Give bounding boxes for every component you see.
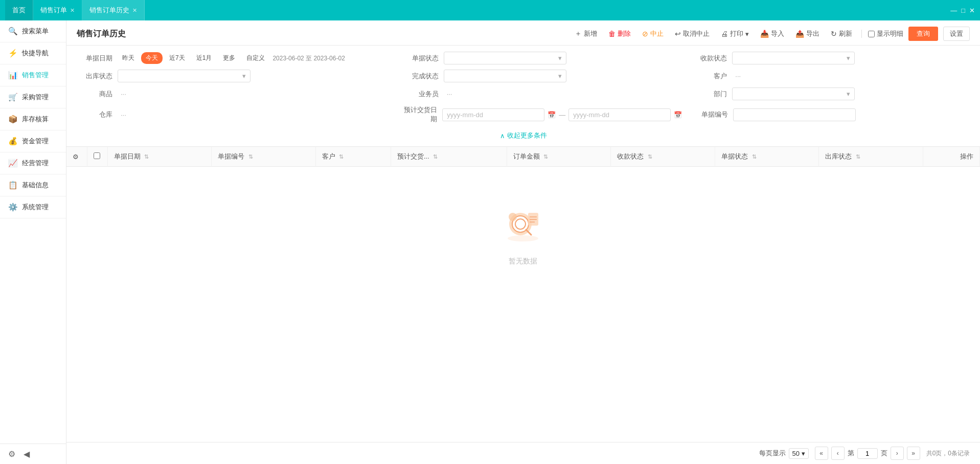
th-outbound-status-label: 出库状态 [825, 152, 852, 160]
table-settings-icon[interactable]: ⚙ [73, 153, 79, 161]
filter-row-1: 单据日期 昨天 今天 近7天 近1月 更多 自定义 2023-06-02 至 2… [77, 52, 970, 64]
export-button[interactable]: 📤 导出 [792, 27, 823, 40]
display-toggle-checkbox[interactable] [868, 31, 875, 37]
customer-picker[interactable]: ··· [732, 72, 744, 80]
salesperson-picker[interactable]: ··· [444, 90, 455, 98]
th-outbound-status-sort-icon[interactable]: ⇅ [856, 153, 860, 160]
page-title: 销售订单历史 [77, 29, 126, 39]
filter-row-2: 出库状态 ▾ 完成状态 ▾ 客户 ··· [77, 70, 970, 82]
delete-button[interactable]: 🗑 删除 [605, 27, 634, 40]
import-button[interactable]: 📥 导入 [757, 27, 787, 40]
window-close[interactable]: ✕ [969, 7, 975, 14]
th-date-sort-icon[interactable]: ⇅ [144, 153, 149, 160]
tab-home[interactable]: 首页 [5, 0, 33, 20]
collapse-up-icon: ∧ [500, 132, 505, 140]
date-value: 昨天 今天 近7天 近1月 更多 自定义 2023-06-02 至 2023-0… [118, 52, 403, 64]
outbound-status-select[interactable]: ▾ [118, 70, 250, 82]
next-page-btn[interactable]: › [891, 447, 904, 460]
bill-no-section [733, 108, 970, 121]
sidebar-item-basic-info[interactable]: 📋 基础信息 [0, 174, 66, 196]
window-minimize[interactable]: — [950, 7, 957, 14]
cancel-stop-button[interactable]: ↩ 取消中止 [672, 27, 713, 40]
th-amount-sort-icon[interactable]: ⇅ [543, 153, 548, 160]
page-input[interactable] [857, 448, 878, 459]
date-btn-3days[interactable]: 今天 [141, 52, 163, 64]
date-btn-7days[interactable]: 近7天 [165, 52, 190, 64]
add-button[interactable]: ＋ 新增 [572, 27, 600, 40]
table-head: ⚙ 单据日期 ⇅ 单据编号 ⇅ [66, 147, 980, 167]
th-settings[interactable]: ⚙ [66, 147, 87, 167]
sidebar-item-purchase-mgmt[interactable]: 🛒 采购管理 [0, 86, 66, 108]
th-bill-status-sort-icon[interactable]: ⇅ [752, 153, 757, 160]
th-amount-label: 订单金额 [513, 152, 540, 160]
th-outbound-status: 出库状态 ⇅ [819, 147, 923, 167]
sidebar-item-quick-nav[interactable]: ⚡ 快捷导航 [0, 42, 66, 64]
settings-button[interactable]: 设置 [943, 27, 970, 41]
date-btn-1month[interactable]: 近1月 [192, 52, 217, 64]
empty-state: 暂无数据 [66, 167, 980, 297]
last-page-btn[interactable]: » [907, 447, 920, 460]
svg-point-5 [509, 213, 517, 221]
sidebar-item-inventory[interactable]: 📦 库存核算 [0, 108, 66, 130]
product-picker[interactable]: ··· [118, 90, 129, 98]
add-label: 新增 [584, 29, 597, 38]
sidebar-item-search-menu[interactable]: 🔍 搜索菜单 [0, 20, 66, 42]
tab-sales-order-history-close[interactable]: ✕ [132, 7, 137, 14]
th-delivery-sort-icon[interactable]: ⇅ [433, 153, 438, 160]
th-operation-label: 操作 [960, 152, 973, 160]
payment-status-select[interactable]: ▾ [732, 52, 855, 64]
query-button[interactable]: 查询 [908, 27, 938, 41]
date-btn-yesterday[interactable]: 昨天 [118, 52, 139, 64]
tab-sales-order-history[interactable]: 销售订单历史 ✕ [82, 0, 145, 20]
sidebar-item-operations[interactable]: 📈 经营管理 [0, 152, 66, 174]
sidebar-settings-icon[interactable]: ⚙ [8, 449, 15, 459]
stop-icon: ⊘ [642, 30, 648, 38]
inventory-icon: 📦 [8, 115, 18, 124]
tab-sales-order[interactable]: 销售订单 ✕ [33, 0, 82, 20]
collapse-row[interactable]: ∧ 收起更多条件 [77, 129, 970, 140]
salesperson-section: ··· [444, 90, 681, 98]
delivery-date-start[interactable] [442, 108, 544, 121]
select-all-checkbox[interactable] [94, 152, 100, 159]
th-payment-status: 收款状态 ⇅ [611, 147, 715, 167]
print-button[interactable]: 🖨 打印 ▾ [718, 27, 752, 40]
sidebar-item-system[interactable]: ⚙️ 系统管理 [0, 196, 66, 218]
table-container: ⚙ 单据日期 ⇅ 单据编号 ⇅ [66, 147, 980, 442]
display-toggle[interactable]: 显示明细 [868, 29, 903, 38]
page-size-chevron: ▾ [802, 450, 805, 457]
product-label: 商品 [77, 90, 118, 99]
delivery-date-end[interactable] [568, 108, 671, 121]
department-select[interactable]: ▾ [732, 87, 855, 100]
sidebar-item-sales-mgmt[interactable]: 📊 销售管理 [0, 64, 66, 86]
bill-status-select[interactable]: ▾ [444, 52, 566, 64]
refresh-button[interactable]: ↻ 刷新 [828, 27, 855, 40]
prev-page-btn[interactable]: ‹ [831, 447, 845, 460]
sidebar-collapse-icon[interactable]: ◀ [24, 449, 30, 459]
stop-button[interactable]: ⊘ 中止 [639, 27, 667, 40]
complete-status-select[interactable]: ▾ [444, 70, 566, 82]
th-bill-status: 单据状态 ⇅ [715, 147, 819, 167]
sidebar-item-finance[interactable]: 💰 资金管理 [0, 130, 66, 152]
calendar-icon-start[interactable]: 📅 [548, 111, 556, 119]
first-page-btn[interactable]: « [815, 447, 828, 460]
page-suffix: 页 [881, 449, 887, 458]
toolbar-divider [861, 30, 862, 38]
filter-row-4: 仓库 ··· 预计交货日期 📅 — 📅 单据编号 [77, 105, 970, 124]
page-size-box[interactable]: 50 ▾ [789, 448, 809, 459]
th-no-sort-icon[interactable]: ⇅ [248, 153, 253, 160]
window-maximize[interactable]: □ [961, 7, 965, 14]
complete-status-section: ▾ [444, 70, 681, 82]
warehouse-picker[interactable]: ··· [118, 111, 129, 119]
table-header-row: ⚙ 单据日期 ⇅ 单据编号 ⇅ [66, 147, 980, 167]
tab-sales-order-close[interactable]: ✕ [70, 7, 75, 14]
th-customer-sort-icon[interactable]: ⇅ [339, 153, 344, 160]
bill-no-input[interactable] [733, 108, 856, 121]
date-btn-more[interactable]: 更多 [218, 52, 240, 64]
date-btn-custom[interactable]: 自定义 [242, 52, 269, 64]
th-payment-status-sort-icon[interactable]: ⇅ [648, 153, 652, 160]
th-checkbox[interactable] [87, 147, 107, 167]
th-payment-status-label: 收款状态 [617, 152, 644, 160]
page-size-label: 每页显示 [759, 449, 786, 458]
delete-label: 删除 [618, 29, 631, 38]
calendar-icon-end[interactable]: 📅 [674, 111, 682, 119]
